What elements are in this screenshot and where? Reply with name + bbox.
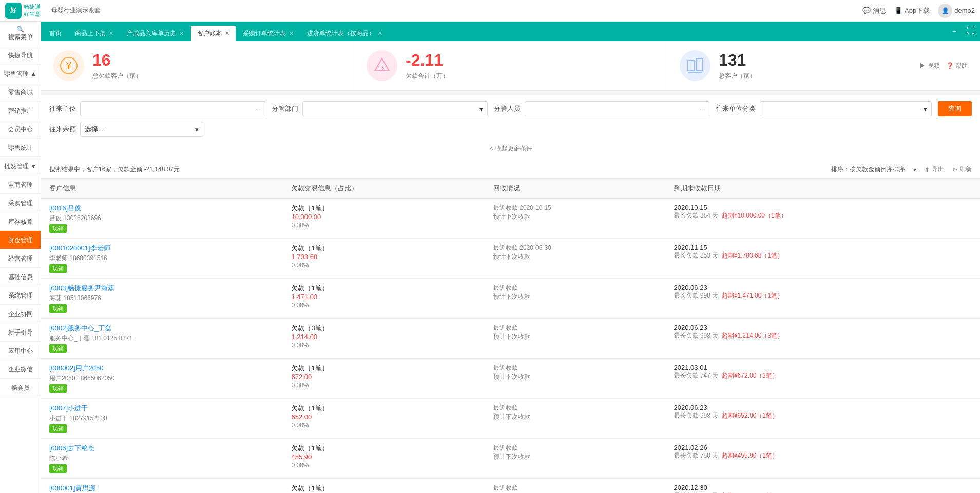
sidebar-item-collab[interactable]: 企业协同: [0, 305, 41, 323]
sidebar-item-wechat[interactable]: 企业微信: [0, 360, 41, 379]
customer-name-5[interactable]: [0007]小进干: [49, 404, 275, 413]
customer-name-6[interactable]: [0006]去下粮仓: [49, 444, 275, 453]
message-btn[interactable]: 💬 消息: [862, 6, 886, 15]
debt-amount-5[interactable]: 652.00: [291, 413, 477, 421]
sidebar-item-retail-mall[interactable]: 零售商城: [0, 83, 41, 102]
overdue-link-4[interactable]: 超期¥672.00（1笔）: [722, 372, 778, 379]
tabbar-maximize-btn[interactable]: ⛶: [964, 25, 978, 38]
sidebar-item-system[interactable]: 系统管理: [0, 286, 41, 305]
overdue-link-5[interactable]: 超期¥652.00（1笔）: [722, 412, 778, 419]
collect-label-1: 最近收款: [493, 244, 518, 251]
sidebar-item-label: 零售统计: [8, 144, 33, 151]
sidebar-item-beginner[interactable]: 新手引导: [0, 323, 41, 342]
overdue-link-6[interactable]: 超期¥455.90（1笔）: [722, 452, 778, 459]
tab-import-stats[interactable]: 进货单统计表（按商品） ✕: [301, 26, 389, 41]
filter-select-dept[interactable]: ▾: [302, 101, 488, 116]
table-row: [000002]用户2050 用户2050 18665062050 现销 欠款（…: [41, 359, 980, 399]
filter-row-1: 往来单位 ··· 分管部门 ▾ 分管人员: [49, 101, 972, 116]
export-btn[interactable]: ⬆ 导出: [925, 165, 944, 174]
sidebar-search[interactable]: 🔍 搜索菜单: [0, 22, 41, 46]
tab-product-listing[interactable]: 商品上下架 ✕: [69, 26, 120, 41]
filter-label-balance: 往来余额: [49, 125, 76, 134]
sidebar-item-operations[interactable]: 经营管理: [0, 249, 41, 268]
video-btn[interactable]: ▶ 视频: [919, 62, 939, 70]
debt-amount-4[interactable]: 672.00: [291, 373, 477, 381]
debt-amount-0[interactable]: 10,000.00: [291, 213, 477, 221]
stat-info-customers: 16 总欠款客户（家）: [92, 51, 142, 81]
user-menu[interactable]: 👤 demo2: [938, 4, 975, 18]
tab-production-history[interactable]: 产成品入库单历史 ✕: [121, 26, 190, 41]
sidebar-item-app-center[interactable]: 应用中心: [0, 342, 41, 360]
chevron-icon: ▲: [30, 70, 36, 77]
debt-amount-3[interactable]: 1,214.00: [291, 333, 477, 341]
tab-close-icon[interactable]: ✕: [179, 30, 184, 37]
sidebar-item-ecommerce[interactable]: 电商管理: [0, 175, 41, 194]
customer-name-1[interactable]: [0001020001]李老师: [49, 244, 275, 253]
overdue-link-0[interactable]: 超期¥10,000.00（1笔）: [722, 212, 787, 219]
tab-close-icon[interactable]: ✕: [289, 30, 294, 37]
sort-label[interactable]: 排序：按欠款金额倒序排序: [831, 165, 905, 174]
collect-label-7: 最近收款: [493, 484, 518, 491]
tab-customer-ledger[interactable]: 客户账本 ✕: [191, 26, 236, 41]
customer-phone-3: 服务中心_丁磊 181 0125 8371: [49, 334, 275, 343]
cell-collect-1: 最近收款 2020-06-30 预计下次收款: [485, 239, 666, 279]
customer-name-3[interactable]: [0002]服务中心_丁磊: [49, 324, 275, 333]
collapse-filters-btn[interactable]: ∧ 收起更多条件: [49, 142, 972, 155]
debt-amount-2[interactable]: 1,471.00: [291, 293, 477, 301]
filter-unit-dots: ···: [255, 105, 261, 113]
sidebar-item-quick-nav[interactable]: 快捷导航: [0, 46, 41, 65]
filter-select-category[interactable]: ▾: [760, 101, 932, 116]
sidebar-item-purchase[interactable]: 采购管理: [0, 194, 41, 212]
customer-name-7[interactable]: [000001]黄思源: [49, 484, 275, 493]
sidebar-item-member[interactable]: 会员中心: [0, 120, 41, 139]
tabbar-minimize-btn[interactable]: －: [947, 25, 962, 38]
sidebar-item-inventory[interactable]: 库存核算: [0, 212, 41, 231]
filter-input-unit[interactable]: ···: [80, 101, 265, 116]
tab-label: 采购订单统计表: [243, 29, 286, 38]
debt-amount-1[interactable]: 1,703.68: [291, 253, 477, 261]
tab-close-icon[interactable]: ✕: [109, 30, 113, 37]
stat-card-customers: ¥ 16 总欠款客户（家）: [41, 41, 354, 90]
stat-value-customers: 16: [92, 51, 142, 70]
cell-due-2: 2020.06.23 最长欠款 998 天 超期¥1,471.00（1笔）: [666, 279, 980, 319]
collect-next-3: 预计下次收款: [493, 332, 658, 341]
overdue-link-3[interactable]: 超期¥1,214.00（3笔）: [722, 332, 783, 339]
filter-label-manager: 分管人员: [494, 104, 521, 113]
cell-collect-4: 最近收款 预计下次收款: [485, 359, 666, 399]
sidebar-item-label: 经营管理: [8, 255, 33, 262]
customer-name-2[interactable]: [0003]畅捷服务尹海蒸: [49, 284, 275, 293]
cell-debt-5: 欠款（1笔） 652.00 0.00%: [283, 399, 485, 439]
filter-input-manager[interactable]: ···: [525, 101, 710, 116]
sidebar-item-vip[interactable]: 畅会员: [0, 379, 41, 397]
collect-info-3: 最近收款: [493, 324, 658, 332]
overdue-link-1[interactable]: 超期¥1,703.68（1笔）: [722, 252, 783, 259]
tab-home[interactable]: 首页: [43, 26, 68, 41]
collect-next-6: 预计下次收款: [493, 452, 658, 461]
filter-select-balance[interactable]: 选择... ▾: [80, 122, 203, 137]
sidebar-item-wholesale[interactable]: 批发管理 ▼: [0, 157, 41, 175]
tab-purchase-stats[interactable]: 采购订单统计表 ✕: [237, 26, 300, 41]
message-icon: 💬: [862, 7, 871, 14]
customer-name-4[interactable]: [000002]用户2050: [49, 364, 275, 373]
due-date-7: 2020.12.30: [674, 484, 972, 491]
refresh-btn[interactable]: ↻ 刷新: [952, 165, 972, 174]
sidebar-item-retail-mgmt[interactable]: 零售管理 ▲: [0, 65, 41, 83]
collect-label-2: 最近收款: [493, 284, 518, 291]
result-actions: 排序：按欠款金额倒序排序 ▾ ⬆ 导出 ↻ 刷新: [831, 165, 972, 174]
sidebar-item-retail-stats[interactable]: 零售统计: [0, 139, 41, 157]
sidebar-item-marketing[interactable]: 营销推广: [0, 102, 41, 120]
app-download-btn[interactable]: 📱 App下载: [894, 6, 930, 15]
sidebar-item-finance[interactable]: 资金管理: [0, 231, 41, 249]
customer-tag-6: 现销: [49, 464, 67, 473]
overdue-link-2[interactable]: 超期¥1,471.00（1笔）: [722, 292, 783, 299]
tab-close-icon[interactable]: ✕: [378, 30, 382, 37]
sidebar-item-basic-info[interactable]: 基础信息: [0, 268, 41, 286]
customer-phone-1: 李老师 18600391516: [49, 254, 275, 263]
help-btn[interactable]: ❓ 帮助: [946, 62, 968, 70]
cell-collect-2: 最近收款 预计下次收款: [485, 279, 666, 319]
svg-rect-6: [688, 72, 702, 73]
search-button[interactable]: 查询: [938, 101, 972, 116]
tab-close-icon[interactable]: ✕: [225, 30, 229, 37]
customer-name-0[interactable]: [0016]吕俊: [49, 204, 275, 213]
debt-amount-6[interactable]: 455.90: [291, 453, 477, 461]
